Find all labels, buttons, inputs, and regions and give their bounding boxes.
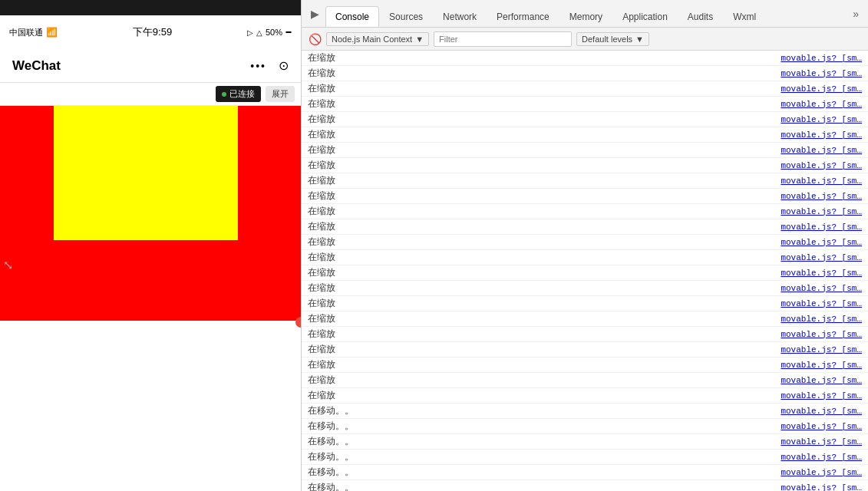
tab-performance[interactable]: Performance xyxy=(487,6,559,27)
console-row: 在缩放movable.js? [sm… xyxy=(302,281,868,296)
filter-input[interactable] xyxy=(434,31,572,47)
console-text: 在缩放 xyxy=(308,374,335,387)
console-source-link[interactable]: movable.js? [sm… xyxy=(781,84,862,94)
console-text: 在缩放 xyxy=(308,113,335,126)
phone-topbar xyxy=(0,0,301,15)
tab-sources[interactable]: Sources xyxy=(379,6,433,27)
console-text: 在缩放 xyxy=(308,236,335,249)
console-source-link[interactable]: movable.js? [sm… xyxy=(781,269,862,278)
level-chevron-icon: ▼ xyxy=(635,35,644,44)
console-text: 在移动。。 xyxy=(308,450,354,463)
console-source-link[interactable]: movable.js? [sm… xyxy=(781,222,862,232)
console-text: 在移动。。 xyxy=(308,466,354,479)
wechat-titlebar: WeChat ••• ⊙ xyxy=(0,49,301,83)
resize-icon: ⤡ xyxy=(3,258,13,272)
console-text: 在缩放 xyxy=(308,312,335,325)
battery-icon xyxy=(285,31,292,33)
console-row: 在缩放movable.js? [sm… xyxy=(302,66,868,81)
devtools-panel: ▶ Console Sources Network Performance Me… xyxy=(302,0,868,491)
console-source-link[interactable]: movable.js? [sm… xyxy=(781,284,862,293)
phone-panel: 中国联通 📶 下午9:59 ▷ △ 50% WeChat ••• ⊙ 已连 xyxy=(0,0,302,491)
tab-wxml[interactable]: Wxml xyxy=(723,6,766,27)
console-source-link[interactable]: movable.js? [sm… xyxy=(781,69,862,78)
console-source-link[interactable]: movable.js? [sm… xyxy=(781,345,862,354)
tab-network[interactable]: Network xyxy=(433,6,487,27)
target-icon[interactable]: ⊙ xyxy=(279,58,289,73)
console-row: 在缩放movable.js? [sm… xyxy=(302,265,868,281)
console-source-link[interactable]: movable.js? [sm… xyxy=(781,391,862,400)
console-source-link[interactable]: movable.js? [sm… xyxy=(781,330,862,339)
console-text: 在缩放 xyxy=(308,174,335,187)
white-bottom xyxy=(0,321,301,491)
console-row: 在移动。。movable.js? [sm… xyxy=(302,465,868,480)
phone-frame: 中国联通 📶 下午9:59 ▷ △ 50% WeChat ••• ⊙ 已连 xyxy=(0,15,301,491)
console-row: 在缩放movable.js? [sm… xyxy=(302,235,868,250)
status-right: ▷ △ 50% xyxy=(247,28,292,37)
console-text: 在缩放 xyxy=(308,358,335,371)
console-row: 在缩放movable.js? [sm… xyxy=(302,173,868,189)
connection-bar: 已连接 展开 xyxy=(0,83,301,106)
console-text: 在缩放 xyxy=(308,343,335,356)
console-row: 在移动。。movable.js? [sm… xyxy=(302,434,868,450)
status-left: 中国联通 📶 xyxy=(9,27,58,38)
console-source-link[interactable]: movable.js? [sm… xyxy=(781,437,862,447)
wechat-icons: ••• ⊙ xyxy=(250,58,289,73)
console-source-link[interactable]: movable.js? [sm… xyxy=(781,376,862,385)
console-row: 在缩放movable.js? [sm… xyxy=(302,51,868,66)
console-source-link[interactable]: movable.js? [sm… xyxy=(781,468,862,477)
tab-console[interactable]: Console xyxy=(325,6,379,27)
clear-console-button[interactable]: 🚫 xyxy=(308,32,322,46)
console-source-link[interactable]: movable.js? [sm… xyxy=(781,207,862,216)
console-row: 在缩放movable.js? [sm… xyxy=(302,127,868,143)
console-row: 在缩放movable.js? [sm… xyxy=(302,296,868,311)
more-icon[interactable]: ••• xyxy=(250,60,266,72)
wechat-title: WeChat xyxy=(12,58,61,74)
console-row: 在缩放movable.js? [sm… xyxy=(302,327,868,342)
console-text: 在缩放 xyxy=(308,297,335,310)
console-source-link[interactable]: movable.js? [sm… xyxy=(781,238,862,247)
console-text: 在移动。。 xyxy=(308,435,354,448)
console-text: 在移动。。 xyxy=(308,481,354,491)
devtools-toolbar: 🚫 Node.js Main Context ▼ Default levels … xyxy=(302,28,868,51)
console-row: 在缩放movable.js? [sm… xyxy=(302,373,868,388)
console-source-link[interactable]: movable.js? [sm… xyxy=(781,361,862,370)
console-text: 在缩放 xyxy=(308,97,335,110)
console-source-link[interactable]: movable.js? [sm… xyxy=(781,483,862,492)
expand-button[interactable]: 展开 xyxy=(266,86,295,102)
console-source-link[interactable]: movable.js? [sm… xyxy=(781,146,862,155)
console-source-link[interactable]: movable.js? [sm… xyxy=(781,54,862,63)
console-text: 在缩放 xyxy=(308,328,335,341)
console-source-link[interactable]: movable.js? [sm… xyxy=(781,253,862,262)
devtools-tabs: ▶ Console Sources Network Performance Me… xyxy=(302,0,868,28)
red-dot xyxy=(295,317,301,328)
console-row: 在缩放movable.js? [sm… xyxy=(302,204,868,219)
console-source-link[interactable]: movable.js? [sm… xyxy=(781,115,862,124)
console-row: 在移动。。movable.js? [sm… xyxy=(302,480,868,491)
tab-memory[interactable]: Memory xyxy=(559,6,612,27)
console-source-link[interactable]: movable.js? [sm… xyxy=(781,407,862,416)
level-selector[interactable]: Default levels ▼ xyxy=(576,32,649,46)
tab-audits[interactable]: Audits xyxy=(678,6,723,27)
console-row: 在移动。。movable.js? [sm… xyxy=(302,404,868,419)
tab-application[interactable]: Application xyxy=(612,6,678,27)
console-text: 在缩放 xyxy=(308,389,335,402)
console-row: 在移动。。movable.js? [sm… xyxy=(302,450,868,465)
console-source-link[interactable]: movable.js? [sm… xyxy=(781,299,862,308)
signal-icon: △ xyxy=(256,28,262,37)
console-row: 在缩放movable.js? [sm… xyxy=(302,311,868,327)
console-source-link[interactable]: movable.js? [sm… xyxy=(781,176,862,186)
console-source-link[interactable]: movable.js? [sm… xyxy=(781,192,862,201)
console-text: 在缩放 xyxy=(308,189,335,203)
cursor-icon: ▶ xyxy=(305,8,325,20)
more-tabs-button[interactable]: » xyxy=(847,3,865,25)
connection-status: 已连接 xyxy=(216,86,261,102)
console-source-link[interactable]: movable.js? [sm… xyxy=(781,161,862,170)
console-row: 在缩放movable.js? [sm… xyxy=(302,81,868,97)
console-source-link[interactable]: movable.js? [sm… xyxy=(781,100,862,109)
console-source-link[interactable]: movable.js? [sm… xyxy=(781,453,862,462)
console-source-link[interactable]: movable.js? [sm… xyxy=(781,130,862,140)
console-source-link[interactable]: movable.js? [sm… xyxy=(781,315,862,324)
context-selector[interactable]: Node.js Main Context ▼ xyxy=(326,32,429,46)
console-text: 在缩放 xyxy=(308,220,335,233)
console-source-link[interactable]: movable.js? [sm… xyxy=(781,422,862,431)
